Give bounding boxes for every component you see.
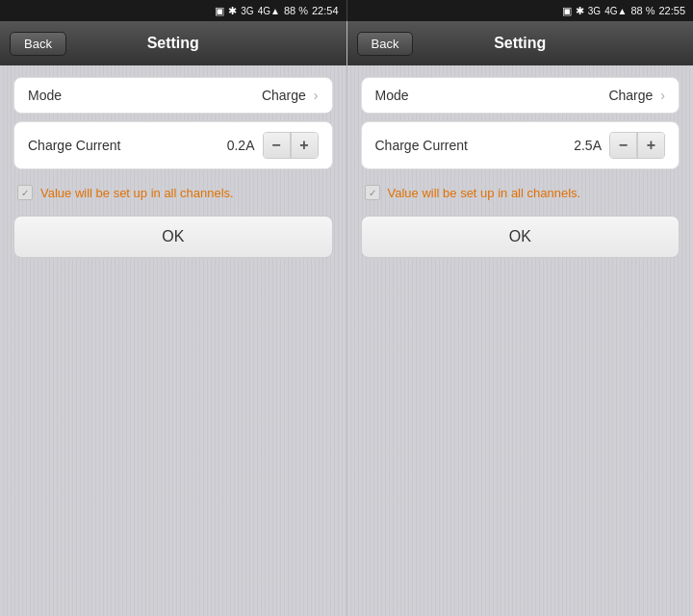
stepper-minus-right[interactable]: − (610, 133, 637, 158)
checkbox-area-left[interactable]: ✓ Value will be set up in all channels. (13, 177, 333, 208)
mode-row-left[interactable]: Mode Charge › (13, 77, 333, 114)
charge-value-area-right: 2.5A − + (574, 132, 665, 159)
checkbox-label-right: Value will be set up in all channels. (388, 186, 581, 200)
battery-pct-right: 88 % (630, 5, 654, 16)
charge-value-left: 0.2A (227, 138, 255, 153)
mode-chevron-left: › (314, 88, 319, 103)
nav-title-left: Setting (147, 35, 199, 52)
network-3g-left: 3G (241, 6, 253, 16)
mode-value-left: Charge (262, 88, 306, 103)
mode-value-right: Charge (608, 88, 653, 103)
mode-value-area-left: Charge › (262, 88, 319, 103)
settings-content-left: Mode Charge › Charge Current 0.2A − + (0, 65, 346, 277)
checkbox-icon-left[interactable]: ✓ (17, 185, 33, 200)
stepper-plus-right[interactable]: + (637, 133, 664, 158)
checkbox-label-left: Value will be set up in all channels. (40, 186, 234, 200)
stepper-plus-left[interactable]: + (291, 133, 318, 158)
bluetooth-icon-right: ✱ (576, 5, 584, 17)
mode-chevron-right: › (660, 88, 665, 103)
stepper-right: − + (609, 132, 665, 159)
ok-button-right[interactable]: OK (361, 216, 680, 258)
mode-label-left: Mode (28, 88, 62, 103)
photo-icon-left: ▣ (215, 5, 224, 17)
charge-row-right: Charge Current 2.5A − + (361, 121, 680, 169)
battery-pct-left: 88 % (284, 5, 308, 16)
signal-4g-right: 4G▲ (604, 6, 627, 16)
charge-value-area-left: 0.2A − + (227, 132, 319, 159)
panel-left: Back Setting Mode Charge › Charge Curren… (0, 21, 346, 616)
checkbox-area-right[interactable]: ✓ Value will be set up in all channels. (361, 177, 680, 208)
mode-label-right: Mode (375, 88, 409, 103)
panel-right: Back Setting Mode Charge › Charge Curren… (347, 21, 694, 616)
network-3g-right: 3G (588, 6, 601, 16)
status-bar-right: ▣ ✱ 3G 4G▲ 88 % 22:55 (347, 0, 694, 21)
time-right: 22:55 (658, 5, 685, 16)
mode-row-right[interactable]: Mode Charge › (361, 77, 680, 114)
bluetooth-icon-left: ✱ (228, 5, 237, 17)
charge-label-right: Charge Current (375, 138, 469, 153)
charge-row-left: Charge Current 0.2A − + (13, 121, 333, 169)
status-bar: ▣ ✱ 3G 4G▲ 88 % 22:54 ▣ ✱ 3G 4G▲ 88 % 22… (0, 0, 693, 21)
stepper-minus-left[interactable]: − (264, 133, 291, 158)
back-button-right[interactable]: Back (357, 32, 414, 56)
back-button-left[interactable]: Back (10, 32, 66, 56)
charge-value-right: 2.5A (574, 138, 602, 153)
settings-content-right: Mode Charge › Charge Current 2.5A − + (347, 65, 694, 277)
nav-bar-left: Back Setting (0, 21, 346, 65)
signal-4g-left: 4G▲ (258, 6, 280, 16)
ok-button-left[interactable]: OK (13, 216, 333, 258)
main-content: Back Setting Mode Charge › Charge Curren… (0, 21, 693, 616)
stepper-left: − + (263, 132, 319, 159)
status-bar-left: ▣ ✱ 3G 4G▲ 88 % 22:54 (0, 0, 346, 21)
time-left: 22:54 (312, 5, 339, 16)
mode-value-area-right: Charge › (608, 88, 665, 103)
charge-label-left: Charge Current (28, 138, 121, 153)
nav-title-right: Setting (494, 35, 546, 52)
nav-bar-right: Back Setting (347, 21, 694, 65)
checkbox-icon-right[interactable]: ✓ (365, 185, 380, 200)
photo-icon-right: ▣ (562, 5, 572, 17)
